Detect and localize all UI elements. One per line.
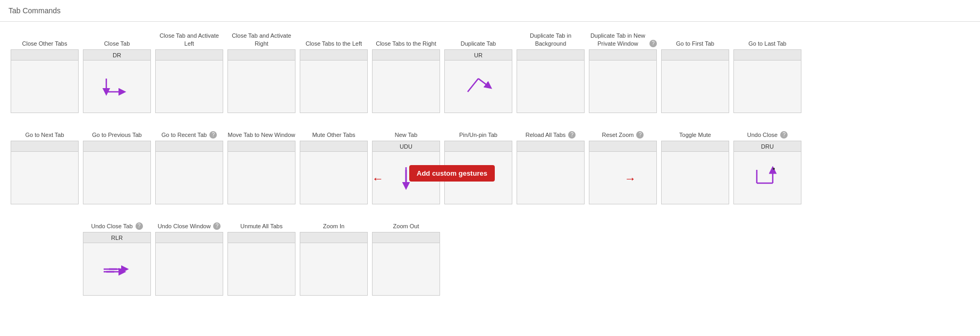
command-label: Move Tab to New Window: [227, 122, 295, 139]
command-label: Go to Recent Tab ?: [155, 122, 223, 139]
command-duplicate-tab-bg: Duplicate Tab in Background: [517, 30, 585, 113]
command-undo-close-window: Undo Close Window ?: [155, 213, 223, 296]
label-text: Undo Close Window: [158, 222, 211, 230]
command-zoom-out: Zoom Out: [372, 213, 440, 296]
shortcut-badge: [373, 50, 440, 61]
command-box[interactable]: [300, 141, 368, 204]
command-box[interactable]: [227, 49, 295, 113]
command-close-tabs-right: Close Tabs to the Right: [372, 30, 440, 113]
command-go-recent-tab: Go to Recent Tab ?: [155, 122, 223, 204]
command-box[interactable]: [661, 141, 729, 204]
command-box[interactable]: [300, 232, 368, 296]
command-box[interactable]: [589, 49, 657, 113]
command-close-tab-activate-right: Close Tab and Activate Right: [227, 30, 295, 113]
command-toggle-mute: Toggle Mute: [661, 122, 729, 204]
command-undo-close: Undo Close ? DRU: [733, 122, 801, 204]
command-box[interactable]: [227, 232, 295, 296]
gesture-area: [228, 243, 295, 295]
gesture-area: [83, 152, 150, 204]
command-go-next-tab: Go to Next Tab: [11, 122, 79, 204]
command-box[interactable]: [444, 141, 512, 204]
label-text: Reload All Tabs: [526, 131, 566, 139]
command-box[interactable]: [155, 232, 223, 296]
command-label: Duplicate Tab in Background: [517, 30, 585, 47]
command-box[interactable]: [155, 141, 223, 204]
command-box[interactable]: [155, 49, 223, 113]
command-duplicate-tab-private: Duplicate Tab in New Private Window ?: [589, 30, 657, 113]
command-box[interactable]: [300, 49, 368, 113]
shortcut-badge: [517, 141, 584, 152]
label-text: Duplicate Tab in New Private Window: [589, 32, 647, 47]
help-icon[interactable]: ?: [136, 222, 143, 230]
shortcut-badge: [300, 50, 367, 61]
command-box[interactable]: [733, 49, 801, 113]
gesture-area: [517, 152, 584, 204]
help-icon[interactable]: ?: [780, 131, 788, 139]
command-box[interactable]: [517, 141, 585, 204]
command-box[interactable]: [83, 141, 151, 204]
gesture-area: [228, 152, 295, 204]
command-box[interactable]: [661, 49, 729, 113]
command-label: Mute Other Tabs: [300, 122, 368, 139]
gesture-area: [11, 61, 78, 113]
gesture-area: [373, 243, 440, 295]
command-box[interactable]: [372, 49, 440, 113]
commands-row-2: Go to Next Tab Go to Previous Tab Go to …: [11, 122, 969, 204]
command-label: Duplicate Tab: [444, 30, 512, 47]
svg-line-3: [478, 79, 489, 87]
shortcut-badge: [228, 141, 295, 152]
label-text: Go to Recent Tab: [162, 131, 207, 139]
command-box[interactable]: [227, 141, 295, 204]
command-box[interactable]: [372, 232, 440, 296]
command-close-tabs-left: Close Tabs to the Left: [300, 30, 368, 113]
gesture-area: [300, 152, 367, 204]
help-icon[interactable]: ?: [213, 222, 221, 230]
command-reset-zoom: Reset Zoom ?: [589, 122, 657, 204]
command-label: Go to Last Tab: [733, 30, 801, 47]
command-box[interactable]: DR: [83, 49, 151, 113]
command-close-tab: Close Tab DR: [83, 30, 151, 113]
help-icon[interactable]: ?: [636, 131, 644, 139]
command-label: Undo Close ?: [733, 122, 801, 139]
gesture-area: [734, 61, 801, 113]
shortcut-badge: [11, 141, 78, 152]
command-zoom-in: Zoom In: [300, 213, 368, 296]
gesture-area: [734, 152, 801, 204]
help-icon[interactable]: ?: [568, 131, 576, 139]
help-icon[interactable]: ?: [649, 40, 657, 47]
command-box[interactable]: [11, 141, 79, 204]
command-box[interactable]: [11, 49, 79, 113]
command-label: Undo Close Tab ?: [83, 213, 151, 230]
command-box[interactable]: [589, 141, 657, 204]
command-unmute-all-tabs: Unmute All Tabs: [227, 213, 295, 296]
command-mute-other-tabs: Mute Other Tabs: [300, 122, 368, 204]
gesture-area: [300, 243, 367, 295]
command-label: Undo Close Window ?: [155, 213, 223, 230]
shortcut-badge: [662, 141, 729, 152]
shortcut-badge: [517, 50, 584, 61]
command-label: Reset Zoom ?: [589, 122, 657, 139]
gesture-area: [445, 61, 512, 113]
gesture-area: [83, 243, 150, 295]
command-box[interactable]: UR: [444, 49, 512, 113]
label-text: Reset Zoom: [602, 131, 634, 139]
command-box[interactable]: UDU: [372, 141, 440, 204]
page-title: Tab Commands: [0, 0, 980, 22]
gesture-area: [156, 152, 223, 204]
svg-line-2: [468, 79, 478, 92]
gesture-area: [373, 152, 440, 204]
command-label: Toggle Mute: [661, 122, 729, 139]
command-label: Unmute All Tabs: [227, 213, 295, 230]
command-go-prev-tab: Go to Previous Tab: [83, 122, 151, 204]
command-box[interactable]: DRU: [733, 141, 801, 204]
gesture-svg: [96, 68, 138, 105]
help-icon[interactable]: ?: [209, 131, 217, 139]
shortcut-badge: [228, 232, 295, 243]
command-label: Reload All Tabs ?: [517, 122, 585, 139]
command-reload-all-tabs: Reload All Tabs ?: [517, 122, 585, 204]
shortcut-badge: [662, 50, 729, 61]
gesture-area: [662, 152, 729, 204]
command-label: Go to Previous Tab: [83, 122, 151, 139]
command-box[interactable]: RLR: [83, 232, 151, 296]
command-box[interactable]: [517, 49, 585, 113]
